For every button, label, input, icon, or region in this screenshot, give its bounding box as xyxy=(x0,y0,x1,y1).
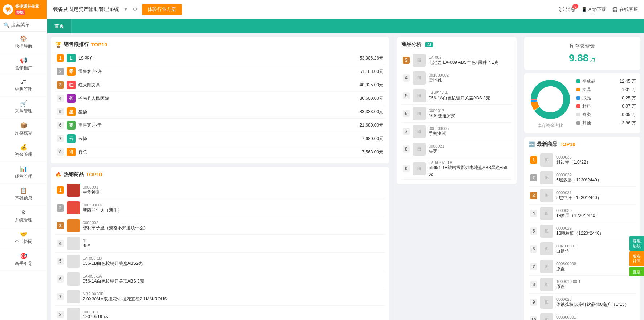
sidebar-label-inventory: 库存核算 xyxy=(15,130,32,136)
sidebar-item-corp-collab[interactable]: 🤝企业协同 xyxy=(0,227,47,249)
sidebar-item-operations[interactable]: 📊经营管理 xyxy=(0,162,47,184)
product-thumb: 图 xyxy=(413,54,426,67)
rank-avatar: 红 xyxy=(67,81,76,89)
live-btn[interactable]: 直播 xyxy=(629,267,644,276)
rank-num-4: 4 xyxy=(403,74,410,82)
customer-service-btn[interactable]: 客服热线 xyxy=(629,236,644,251)
sidebar-label-finance: 资金管理 xyxy=(15,152,32,158)
rank-num-1: 1 xyxy=(530,156,537,164)
hot-product-item: 5 LA-056-1B 056-1B白色按键开关盒ABS2壳 xyxy=(55,253,385,270)
legend-val: 1.01 万 xyxy=(622,87,636,93)
rank-num-3: 3 xyxy=(57,81,64,89)
gear-icon[interactable]: ⚙ xyxy=(133,6,138,13)
rank-avatar: 零 xyxy=(67,67,76,76)
hot-product-item: 7 NB2.0X30B 2.0X30MM双搓花轴,搓花直径2.1MM/ROHS xyxy=(55,288,385,306)
rank-num-6: 6 xyxy=(57,275,64,283)
stock-donut-section: 库存资金占比 半成品 12.45 万 文具 1.01 万 成品 0.25 万 材… xyxy=(524,73,640,133)
sidebar-item-newbie[interactable]: 🎯新手引导 xyxy=(0,249,47,271)
rank-num-2: 2 xyxy=(57,68,64,75)
tab-home[interactable]: 首页 xyxy=(47,19,72,33)
sales-rank-item: 6 零 零售客户-于 21,680.00元 xyxy=(55,119,385,132)
new-product-item: 7 图 000800008 原盖 xyxy=(529,258,636,276)
legend-name: 其他 xyxy=(582,120,618,126)
product-name: 电池盖 LA-089 ABS本色+黑种 7.1克 xyxy=(429,60,511,66)
product-code: 000800008 xyxy=(556,262,635,266)
product-thumb: 图 xyxy=(540,242,553,255)
product-thumb: 图 xyxy=(540,207,553,220)
online-service-btn[interactable]: 🎧 在线客服 xyxy=(612,6,638,13)
sidebar-logo: 畅 畅捷通好生意 标版 xyxy=(0,0,47,19)
rank-num-7: 7 xyxy=(57,293,64,300)
headset-icon: 🎧 xyxy=(612,7,618,12)
rank-num-8: 8 xyxy=(403,145,410,153)
left-panel: 🏆 销售额排行 TOP10 1 L LS 客户 53,006.26元 2 零 零… xyxy=(47,33,393,320)
product-thumb: 图 xyxy=(540,296,553,309)
legend-item: 其他 -3.86 万 xyxy=(576,120,636,126)
product-name: 45# xyxy=(83,243,383,248)
legend-name: 半成品 xyxy=(582,78,617,85)
rank-avatar: 云 xyxy=(67,134,76,143)
product-code: 0000011 xyxy=(83,310,383,314)
logo-icon: 畅 xyxy=(3,4,13,15)
product-analysis-card: 商品分析 Ai 3 图 LA-089 电池盖 LA-089 ABS本色+黑种 7… xyxy=(397,37,517,184)
rank-name: 云扬 xyxy=(78,136,359,142)
sidebar-label-purchase: 采购管理 xyxy=(15,108,32,114)
sidebar-item-quick-nav[interactable]: 🏠快捷导航 xyxy=(0,32,47,53)
mid-product-item: 5 图 LA-056-1A 056-1A白色按键开关盖ABS 3壳 xyxy=(401,87,512,105)
sidebar-icon-finance: 💰 xyxy=(20,144,27,151)
rank-num-8: 8 xyxy=(530,281,537,288)
sidebar-item-finance[interactable]: 💰资金管理 xyxy=(0,140,47,162)
product-code: 10000100001 xyxy=(556,279,635,284)
product-code: 0000031 xyxy=(556,190,635,195)
sidebar-item-inventory[interactable]: 📦库存核算 xyxy=(0,118,47,140)
legend-val: -3.86 万 xyxy=(620,120,636,126)
sales-rank-item: 3 红 红太阳文具 40,925.00元 xyxy=(55,78,385,92)
product-name: 夹壳 xyxy=(429,148,511,155)
trial-button[interactable]: 体验行业方案 xyxy=(142,4,182,15)
rank-name: LS 客户 xyxy=(78,55,357,61)
product-thumb: 图 xyxy=(413,125,426,138)
message-btn[interactable]: 💬 消息 6 xyxy=(559,6,575,13)
new-product-item: 5 图 0000029 18颗粒板（1220*2440） xyxy=(529,222,636,240)
rank-avatar: L xyxy=(67,54,76,62)
new-product-item: 9 图 0000028 体饿荔枝味苏打饮品400毫升（1*15） xyxy=(529,294,636,311)
sidebar-item-marketing[interactable]: 📢营销推广 xyxy=(0,53,47,75)
product-code: 0000017 xyxy=(429,108,511,113)
legend-val: -0.05 万 xyxy=(620,112,636,118)
topbar-right: 💬 消息 6 📱 App下载 🎧 在线客服 xyxy=(559,6,638,13)
sales-rank-item: 4 苍 苍南县人民医院 36,600.00元 xyxy=(55,92,385,105)
donut-svg xyxy=(529,78,572,121)
stock-total-label: 库存总资金 xyxy=(530,43,635,49)
rank-num-5: 5 xyxy=(530,227,537,235)
rank-num-1: 1 xyxy=(57,54,64,62)
search-icon: 🔍 xyxy=(4,22,9,28)
sidebar-item-sales[interactable]: 🏷销售管理 xyxy=(0,75,47,97)
trophy-icon: 🏆 xyxy=(55,42,61,48)
product-thumb: 图 xyxy=(413,162,426,175)
product-thumb xyxy=(67,308,80,320)
app-download-btn[interactable]: 📱 App下载 xyxy=(581,6,606,13)
mid-product-item: 4 图 001000002 雪地靴 xyxy=(401,69,512,87)
phone-icon: 📱 xyxy=(581,7,587,12)
product-code: 01 xyxy=(83,239,383,243)
service-community-btn[interactable]: 服务社区 xyxy=(629,251,644,266)
product-thumb xyxy=(67,290,80,303)
sidebar-item-purchase[interactable]: 🛒采购管理 xyxy=(0,97,47,118)
sales-rank-item: 8 肖 肖总 7,563.00元 xyxy=(55,145,385,159)
rank-amount: 40,925.00元 xyxy=(360,82,383,88)
product-thumb xyxy=(67,255,80,268)
sidebar-item-basic-info[interactable]: 📋基础信息 xyxy=(0,184,47,205)
sidebar-item-sys-mgmt[interactable]: ⚙系统管理 xyxy=(0,205,47,227)
legend-dot xyxy=(576,104,580,108)
sidebar-icon-sys-mgmt: ⚙ xyxy=(21,209,26,216)
product-name: 白钢垫 xyxy=(556,248,635,254)
product-thumb: 图 xyxy=(540,225,553,238)
dropdown-icon[interactable]: ▼ xyxy=(123,7,128,12)
sidebar-search[interactable]: 🔍 搜索菜单 xyxy=(0,19,47,32)
hot-product-item: 1 0000001 中华神器 xyxy=(55,181,385,199)
rank-amount: 53,006.26元 xyxy=(360,55,383,61)
product-code: 0000001 xyxy=(83,185,383,189)
rank-amount: 33,333.00元 xyxy=(360,109,383,115)
sales-rank-list: 1 L LS 客户 53,006.26元 2 零 零售客户-许 51,183.0… xyxy=(55,52,385,159)
product-thumb xyxy=(67,237,80,250)
